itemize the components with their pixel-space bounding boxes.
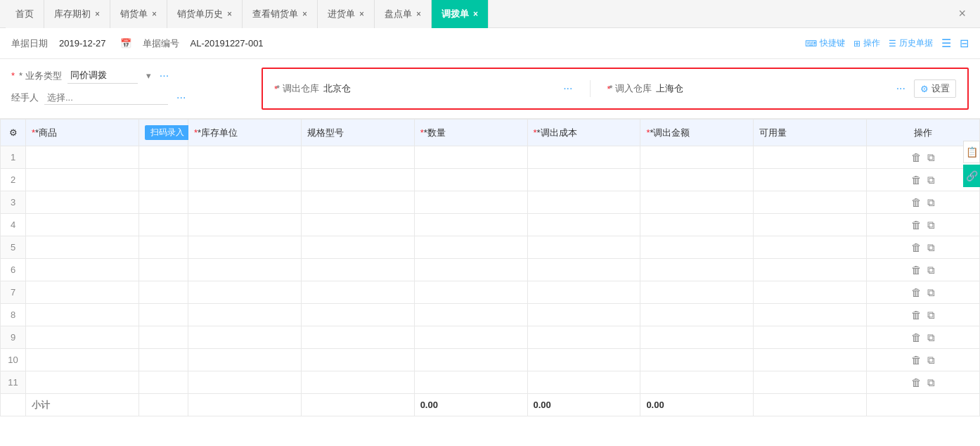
handler-more[interactable]: ··· [176, 91, 186, 104]
product-cell-2[interactable] [26, 169, 139, 191]
tab-transfer-order-label: 调拨单 [441, 8, 469, 20]
close-view-sales[interactable]: × [302, 9, 307, 19]
product-cell-9[interactable] [26, 326, 139, 349]
keyboard-icon: ⌨ [805, 39, 817, 49]
delete-icon-10[interactable]: 🗑 [911, 354, 922, 366]
handler-input[interactable] [44, 91, 168, 105]
unit-cell-7 [188, 281, 301, 304]
transfer-out-value[interactable]: 北京仓 [323, 82, 351, 95]
copy-icon-5[interactable]: ⧉ [927, 241, 935, 254]
spec-cell-11 [301, 371, 414, 394]
tab-purchase-order[interactable]: 进货单 × [318, 0, 375, 28]
copy-icon-10[interactable]: ⧉ [927, 354, 935, 367]
transfer-out-label: * 调出仓库 [276, 82, 319, 95]
business-type-value[interactable]: 同价调拨 [67, 68, 138, 84]
ops-cell-6: 🗑 ⧉ [867, 259, 980, 281]
copy-icon-4[interactable]: ⧉ [927, 219, 935, 231]
copy-icon-7[interactable]: ⧉ [927, 286, 935, 299]
panel-doc-icon[interactable]: 📋 [963, 141, 980, 163]
copy-icon-2[interactable]: ⧉ [927, 174, 935, 186]
copy-icon-6[interactable]: ⧉ [927, 264, 935, 276]
delete-icon-11[interactable]: 🗑 [911, 376, 922, 388]
main-table: ⚙ **商品 扫码录入 **库存单位 规格型号 **数量 **调出成本 [0, 119, 980, 416]
product-cell-4[interactable] [26, 214, 139, 236]
ops-cell-4: 🗑 ⧉ [867, 214, 980, 236]
amount-cell-5 [640, 236, 754, 259]
row-num-5: 5 [1, 236, 26, 259]
transfer-out-more[interactable]: ··· [563, 82, 572, 95]
close-sales-order[interactable]: × [152, 9, 157, 19]
spec-cell-2 [301, 169, 414, 191]
settings-button[interactable]: ⚙ 设置 [914, 79, 956, 98]
copy-icon-11[interactable]: ⧉ [927, 376, 935, 389]
subtotal-label: 小计 [26, 394, 139, 416]
history-action[interactable]: ☰ 历史单据 [889, 37, 933, 49]
tab-inventory-init[interactable]: 库存期初 × [44, 0, 110, 28]
calendar-icon[interactable]: 📅 [120, 38, 131, 49]
tab-transfer-order[interactable]: 调拨单 × [432, 0, 489, 28]
operations-action[interactable]: ⊞ 操作 [853, 37, 880, 49]
delete-icon-7[interactable]: 🗑 [911, 286, 922, 298]
product-cell-3[interactable] [26, 191, 139, 214]
col-header-unit: **库存单位 [188, 120, 301, 146]
col-header-product: **商品 [26, 120, 139, 146]
product-cell-7[interactable] [26, 281, 139, 304]
panel-link-icon[interactable]: 🔗 [963, 165, 980, 187]
transfer-in-value[interactable]: 上海仓 [656, 82, 683, 95]
transfer-in-more[interactable]: ··· [896, 82, 905, 95]
col-header-scan: 扫码录入 [138, 120, 188, 146]
qty-cell-3 [414, 191, 527, 214]
product-cell-1[interactable] [26, 146, 139, 169]
spec-cell-7 [301, 281, 414, 304]
delete-icon-6[interactable]: 🗑 [911, 264, 922, 276]
delete-icon-3[interactable]: 🗑 [911, 196, 922, 208]
tab-inventory-check[interactable]: 盘点单 × [375, 0, 432, 28]
cost-cell-9 [527, 326, 640, 349]
delete-icon-8[interactable]: 🗑 [911, 309, 922, 321]
close-purchase-order[interactable]: × [359, 9, 364, 19]
unit-cell-1 [188, 146, 301, 169]
window-close-button[interactable]: × [950, 6, 974, 21]
copy-icon-3[interactable]: ⧉ [927, 196, 935, 209]
delete-icon-5[interactable]: 🗑 [911, 241, 922, 253]
product-cell-11[interactable] [26, 371, 139, 394]
tab-view-sales[interactable]: 查看销货单 × [243, 0, 318, 28]
delete-icon-1[interactable]: 🗑 [911, 151, 922, 163]
copy-icon-8[interactable]: ⧉ [927, 309, 935, 321]
spec-cell-3 [301, 191, 414, 214]
delete-icon-4[interactable]: 🗑 [911, 219, 922, 231]
cost-cell-8 [527, 304, 640, 326]
qty-cell-5 [414, 236, 527, 259]
product-cell-6[interactable] [26, 259, 139, 281]
layout-icon-1[interactable]: ☰ [941, 37, 951, 50]
unit-cell-4 [188, 214, 301, 236]
close-inventory-check[interactable]: × [416, 9, 421, 19]
delete-icon-9[interactable]: 🗑 [911, 331, 922, 343]
cost-cell-7 [527, 281, 640, 304]
business-type-more[interactable]: ··· [160, 70, 169, 82]
close-sales-history[interactable]: × [227, 9, 232, 19]
copy-icon-1[interactable]: ⧉ [927, 151, 935, 164]
toolbar-right: ⌨ 快捷键 ⊞ 操作 ☰ 历史单据 ☰ ⊟ [805, 37, 969, 50]
shortcuts-action[interactable]: ⌨ 快捷键 [805, 37, 845, 49]
business-type-req-star: * [11, 70, 15, 81]
product-cell-5[interactable] [26, 236, 139, 259]
business-type-row: * * 业务类型 同价调拨 ▾ ··· [11, 68, 250, 84]
layout-icon-2[interactable]: ⊟ [960, 37, 969, 50]
tab-sales-history[interactable]: 销货单历史 × [167, 0, 243, 28]
close-transfer-order[interactable]: × [473, 9, 478, 19]
business-type-dropdown[interactable]: ▾ [146, 70, 151, 81]
tab-sales-order[interactable]: 销货单 × [110, 0, 167, 28]
available-cell-2 [754, 169, 867, 191]
tab-home[interactable]: 首页 [6, 0, 44, 28]
delete-icon-2[interactable]: 🗑 [911, 174, 922, 186]
scan-button[interactable]: 扫码录入 [145, 125, 190, 140]
copy-icon-9[interactable]: ⧉ [927, 331, 935, 344]
product-cell-10[interactable] [26, 349, 139, 371]
date-label: 单据日期 [11, 37, 48, 50]
product-cell-8[interactable] [26, 304, 139, 326]
close-inventory-init[interactable]: × [95, 9, 100, 19]
col-header-gear[interactable]: ⚙ [1, 120, 26, 146]
history-label: 历史单据 [899, 37, 933, 49]
scan-cell-8 [138, 304, 188, 326]
